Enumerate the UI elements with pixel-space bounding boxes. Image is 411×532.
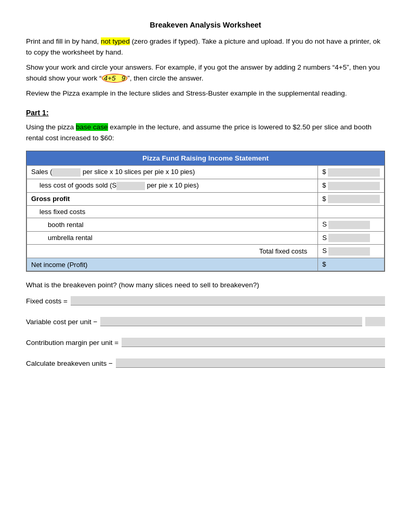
total-fixed-dollar-cell: S — [318, 245, 385, 258]
breakeven-question: What is the breakeven point? (how many s… — [26, 281, 385, 289]
row-label: less cost of goods sold (S per pie x 10 … — [27, 179, 318, 193]
calculate-label: Calculate breakeven units − — [26, 360, 113, 367]
income-table: Sales ( per slice x 10 slices per pie x … — [26, 165, 385, 271]
net-income-input[interactable] — [328, 260, 380, 269]
base-case-highlight: base case — [76, 123, 108, 131]
breakeven-section: What is the breakeven point? (how many s… — [26, 281, 385, 368]
variable-cost-answer-short[interactable] — [365, 317, 385, 326]
variable-cost-row: Variable cost per unit − — [26, 317, 385, 326]
table-row: Gross profit $ — [27, 192, 385, 206]
variable-cost-label: Variable cost per unit − — [26, 318, 97, 326]
part1-desc-before: Using the pizza — [26, 123, 76, 131]
booth-dollar-cell: S — [318, 218, 385, 232]
table-row: less fixed costs — [27, 206, 385, 218]
row-label-gross-profit: Gross profit — [27, 192, 318, 206]
table-row: less cost of goods sold (S per pie x 10 … — [27, 179, 385, 193]
calculate-answer-line[interactable] — [116, 358, 385, 368]
row-label-less-fixed: less fixed costs — [27, 206, 318, 218]
math-example: 4+5 9 — [102, 74, 128, 83]
umbrella-input[interactable] — [328, 234, 370, 242]
cogs-total-input[interactable] — [328, 182, 380, 190]
sales-dollar-cell: $ — [318, 166, 385, 179]
table-row: Sales ( per slice x 10 slices per pie x … — [27, 166, 385, 179]
umbrella-dollar-cell: S — [318, 231, 385, 245]
fixed-costs-row: Fixed costs = — [26, 296, 385, 305]
cogs-dollar-cell: $ — [318, 179, 385, 193]
intro-paragraph3: Review the Pizza example in the lecture … — [26, 88, 385, 99]
empty-cell — [318, 206, 385, 218]
table-row: umbrella rental S — [27, 231, 385, 245]
contribution-margin-answer-line[interactable] — [122, 338, 385, 347]
table-row-net-income: Net income (Profit) $ — [27, 258, 385, 271]
part1-description: Using the pizza base case example in the… — [26, 122, 385, 144]
sales-total-input[interactable] — [328, 168, 380, 177]
part1-heading: Part 1: — [26, 109, 385, 117]
contribution-margin-row: Contribution margin per unit = — [26, 338, 385, 347]
fixed-costs-answer-line[interactable] — [71, 296, 385, 305]
row-label: Sales ( per slice x 10 slices per pie x … — [27, 166, 318, 179]
intro-paragraph2: Show your work and circle your answers. … — [26, 62, 385, 84]
gross-profit-input[interactable] — [328, 195, 380, 203]
intro-line2-after: ”, then circle the answer. — [127, 74, 203, 82]
table-title: Pizza Fund Raising Income Statement — [26, 151, 385, 165]
fixed-costs-label: Fixed costs = — [26, 297, 68, 305]
contribution-margin-label: Contribution margin per unit = — [26, 339, 118, 347]
net-income-dollar-cell: $ — [318, 258, 385, 271]
variable-cost-answer-line[interactable] — [100, 317, 362, 326]
page-title: Breakeven Analysis Worksheet — [26, 21, 385, 29]
row-label-total-fixed: Total fixed costs — [27, 245, 318, 258]
calculate-breakeven-row: Calculate breakeven units − — [26, 358, 385, 368]
row-label-net-income: Net income (Profit) — [27, 258, 318, 271]
table-row: booth rental S — [27, 218, 385, 232]
table-row: Total fixed costs S — [27, 245, 385, 258]
intro-paragraph: Print and fill in by hand, not typed (ze… — [26, 36, 385, 58]
cogs-price-input[interactable] — [116, 182, 145, 190]
row-label-booth: booth rental — [27, 218, 318, 232]
sales-price-input[interactable] — [52, 168, 81, 177]
row-label-umbrella: umbrella rental — [27, 231, 318, 245]
total-fixed-input[interactable] — [328, 247, 370, 256]
income-statement-table: Pizza Fund Raising Income Statement Sale… — [26, 151, 385, 272]
not-typed-highlight: not typed — [101, 37, 130, 45]
gross-profit-dollar-cell: $ — [318, 192, 385, 206]
intro-line1-before: Print and fill in by hand, — [26, 37, 101, 45]
booth-input[interactable] — [328, 221, 370, 229]
